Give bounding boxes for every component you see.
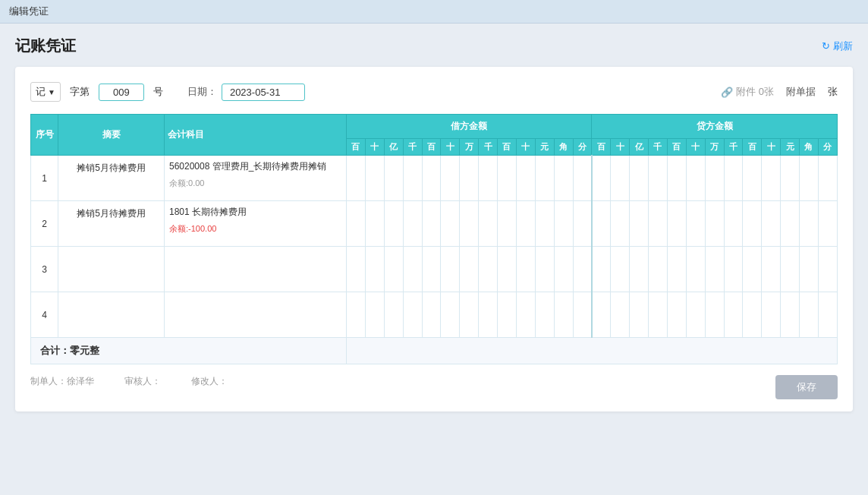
cell-money-2-19[interactable] — [705, 247, 724, 292]
cell-money-3-17[interactable] — [667, 292, 686, 338]
cell-money-2-12[interactable] — [573, 247, 592, 292]
cell-money-1-15[interactable] — [630, 201, 649, 247]
cell-money-0-7[interactable] — [479, 156, 498, 201]
cell-money-0-9[interactable] — [516, 156, 535, 201]
cell-money-3-6[interactable] — [460, 292, 479, 338]
cell-money-1-7[interactable] — [479, 201, 498, 247]
cell-money-3-5[interactable] — [441, 292, 460, 338]
cell-money-3-25[interactable] — [818, 292, 837, 338]
cell-money-3-18[interactable] — [686, 292, 705, 338]
cell-money-1-13[interactable] — [592, 201, 611, 247]
cell-money-2-22[interactable] — [762, 247, 781, 292]
cell-money-0-6[interactable] — [460, 156, 479, 201]
cell-money-1-18[interactable] — [686, 201, 705, 247]
cell-money-0-12[interactable] — [573, 156, 592, 201]
cell-money-1-19[interactable] — [705, 201, 724, 247]
cell-money-0-19[interactable] — [705, 156, 724, 201]
cell-money-2-3[interactable] — [403, 247, 422, 292]
cell-money-0-18[interactable] — [686, 156, 705, 201]
cell-account-0[interactable]: 56020008 管理费用_长期待摊费用摊销余额:0.00 — [165, 156, 347, 201]
cell-money-3-23[interactable] — [781, 292, 800, 338]
cell-money-0-10[interactable] — [535, 156, 554, 201]
cell-money-1-8[interactable] — [498, 201, 517, 247]
cell-money-2-8[interactable] — [498, 247, 517, 292]
cell-money-1-9[interactable] — [516, 201, 535, 247]
cell-money-2-10[interactable] — [535, 247, 554, 292]
cell-summary-2[interactable] — [58, 247, 165, 292]
cell-money-0-22[interactable] — [762, 156, 781, 201]
cell-money-0-16[interactable] — [649, 156, 668, 201]
cell-money-1-24[interactable] — [800, 201, 819, 247]
cell-money-0-4[interactable] — [422, 156, 441, 201]
cell-money-0-25[interactable] — [818, 156, 837, 201]
cell-money-0-11[interactable] — [554, 156, 573, 201]
cell-money-2-2[interactable] — [384, 247, 403, 292]
cell-money-2-17[interactable] — [667, 247, 686, 292]
cell-summary-0[interactable]: 摊销5月待摊费用 — [58, 156, 165, 201]
cell-account-2[interactable] — [165, 247, 347, 292]
date-input[interactable] — [222, 84, 305, 101]
cell-money-0-2[interactable] — [384, 156, 403, 201]
cell-money-3-16[interactable] — [649, 292, 668, 338]
cell-money-0-24[interactable] — [800, 156, 819, 201]
cell-money-3-12[interactable] — [573, 292, 592, 338]
cell-money-2-23[interactable] — [781, 247, 800, 292]
cell-money-2-0[interactable] — [347, 247, 366, 292]
cell-money-3-11[interactable] — [554, 292, 573, 338]
cell-money-1-4[interactable] — [422, 201, 441, 247]
cell-money-2-16[interactable] — [649, 247, 668, 292]
cell-money-0-15[interactable] — [630, 156, 649, 201]
cell-money-1-1[interactable] — [365, 201, 384, 247]
cell-money-0-17[interactable] — [667, 156, 686, 201]
cell-money-0-13[interactable] — [592, 156, 611, 201]
type-select[interactable]: 记 ▼ — [30, 82, 61, 102]
cell-money-3-24[interactable] — [800, 292, 819, 338]
cell-money-3-7[interactable] — [479, 292, 498, 338]
cell-money-3-15[interactable] — [630, 292, 649, 338]
cell-money-2-9[interactable] — [516, 247, 535, 292]
cell-money-2-11[interactable] — [554, 247, 573, 292]
cell-account-3[interactable] — [165, 292, 347, 338]
cell-money-1-3[interactable] — [403, 201, 422, 247]
cell-money-3-22[interactable] — [762, 292, 781, 338]
cell-money-1-6[interactable] — [460, 201, 479, 247]
cell-money-0-0[interactable] — [347, 156, 366, 201]
cell-money-0-3[interactable] — [403, 156, 422, 201]
cell-money-2-6[interactable] — [460, 247, 479, 292]
cell-money-1-2[interactable] — [384, 201, 403, 247]
cell-money-1-22[interactable] — [762, 201, 781, 247]
attachment-link[interactable]: 🔗 附件 0张 — [721, 85, 774, 99]
cell-money-1-16[interactable] — [649, 201, 668, 247]
cell-money-1-17[interactable] — [667, 201, 686, 247]
cell-money-2-18[interactable] — [686, 247, 705, 292]
cell-money-3-4[interactable] — [422, 292, 441, 338]
cell-money-1-20[interactable] — [724, 201, 743, 247]
cell-money-3-20[interactable] — [724, 292, 743, 338]
refresh-button[interactable]: ↻ 刷新 — [822, 39, 853, 53]
cell-money-3-3[interactable] — [403, 292, 422, 338]
cell-money-0-21[interactable] — [743, 156, 762, 201]
cell-money-3-19[interactable] — [705, 292, 724, 338]
cell-money-2-24[interactable] — [800, 247, 819, 292]
cell-money-2-1[interactable] — [365, 247, 384, 292]
cell-money-0-8[interactable] — [498, 156, 517, 201]
cell-money-0-23[interactable] — [781, 156, 800, 201]
cell-money-0-5[interactable] — [441, 156, 460, 201]
cell-money-3-0[interactable] — [347, 292, 366, 338]
cell-money-1-10[interactable] — [535, 201, 554, 247]
cell-money-0-14[interactable] — [611, 156, 630, 201]
cell-money-2-20[interactable] — [724, 247, 743, 292]
cell-account-1[interactable]: 1801 长期待摊费用余额:-100.00 — [165, 201, 347, 247]
cell-money-3-10[interactable] — [535, 292, 554, 338]
cell-money-3-8[interactable] — [498, 292, 517, 338]
cell-money-2-7[interactable] — [479, 247, 498, 292]
cell-money-3-1[interactable] — [365, 292, 384, 338]
cell-money-2-15[interactable] — [630, 247, 649, 292]
cell-money-2-14[interactable] — [611, 247, 630, 292]
cell-money-1-23[interactable] — [781, 201, 800, 247]
save-button[interactable]: 保存 — [775, 375, 838, 399]
cell-money-0-1[interactable] — [365, 156, 384, 201]
cell-summary-3[interactable] — [58, 292, 165, 338]
number-input[interactable] — [99, 84, 144, 101]
cell-money-2-4[interactable] — [422, 247, 441, 292]
